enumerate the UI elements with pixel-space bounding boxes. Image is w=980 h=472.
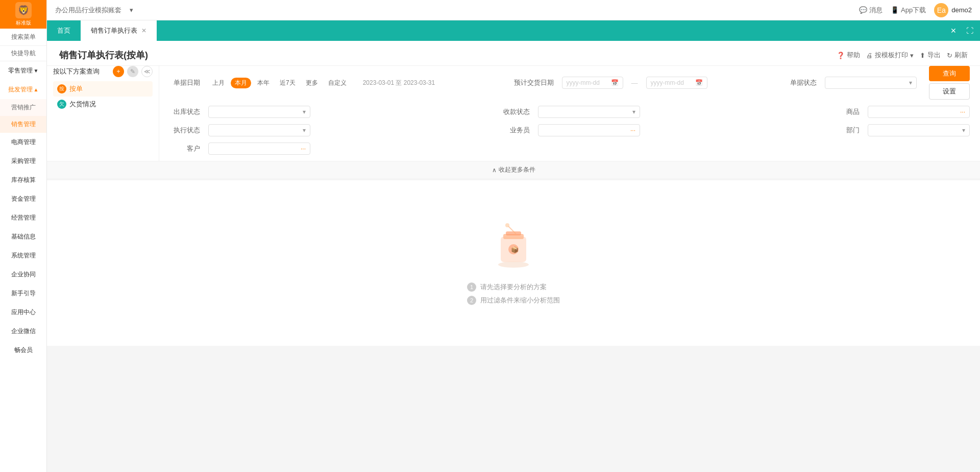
delivery-select[interactable]: ▾ (208, 106, 310, 118)
filter-row-4: 客户 ··· (169, 143, 970, 155)
sidebar-item-member[interactable]: 畅会员 (0, 341, 47, 360)
tab-home-label: 首页 (57, 26, 70, 35)
date-opt-thisyear[interactable]: 本年 (253, 78, 274, 88)
date-options: 上月 本月 本年 近7天 更多 自定义 (208, 78, 351, 88)
status-select[interactable]: ▾ (825, 77, 917, 89)
filter-scheme-icons: + ✎ ≪ (113, 66, 153, 77)
payment-label: 收款状态 (499, 107, 530, 116)
tabbar-expand-btn[interactable]: ⛶ (964, 25, 976, 37)
help-label: 帮助 (847, 51, 860, 60)
sidebar-item-system[interactable]: 系统管理 (0, 246, 47, 265)
date-opt-lastmonth[interactable]: 上月 (208, 78, 229, 88)
export-label: 导出 (927, 51, 941, 60)
filter-row-1: 单据日期 上月 本月 本年 近7天 更多 自定义 2023-03-01 至 20… (169, 66, 970, 100)
svg-point-7 (505, 223, 509, 227)
sidebar-search[interactable]: 搜索菜单 (0, 29, 47, 46)
topbar-right: 💬 消息 📱 App下载 Ea demo2 (859, 3, 972, 17)
page-header: 销售订单执行表(按单) ❓ 帮助 🖨 按模板打印 ▾ ⬆ 导出 ↻ 刷新 (47, 41, 980, 66)
status-label: 单据状态 (786, 78, 817, 87)
goods-label: 商品 (829, 107, 860, 116)
logo-icon: 🦁 (15, 2, 32, 18)
add-scheme-btn[interactable]: + (113, 66, 124, 77)
sidebar-item-wholesale[interactable]: 批发管理 ▲ (0, 80, 47, 99)
sidebar-item-coop[interactable]: 企业协同 (0, 265, 47, 284)
topbar: 办公用品行业模拟账套 ▾ 💬 消息 📱 App下载 Ea demo2 (47, 0, 980, 20)
sidebar: 🦁 标准版 搜索菜单 快捷导航 零售管理 ▼ 批发管理 ▲ 营销推广 销售管理 … (0, 0, 47, 472)
sidebar-item-wecom[interactable]: 企业微信 (0, 322, 47, 341)
refresh-label: 刷新 (954, 51, 968, 60)
expected-date-to[interactable]: yyyy-mm-dd 📅 (646, 77, 707, 89)
export-btn[interactable]: ⬆ 导出 (920, 51, 941, 60)
sidebar-item-stock[interactable]: 库存核算 (0, 171, 47, 190)
date-placeholder-to: yyyy-mm-dd (651, 79, 684, 86)
scheme-icon-debt: 欠 (57, 100, 66, 109)
sidebar-logo[interactable]: 🦁 标准版 (0, 0, 47, 29)
date-opt-thismonth[interactable]: 本月 (231, 78, 251, 88)
sidebar-item-label: 批发管理 (8, 85, 33, 94)
help-btn[interactable]: ❓ 帮助 (837, 51, 860, 60)
payment-select[interactable]: ▾ (538, 106, 640, 118)
sidebar-item-apps[interactable]: 应用中心 (0, 303, 47, 322)
message-label: 消息 (869, 6, 883, 15)
topbar-message-btn[interactable]: 💬 消息 (859, 6, 883, 15)
date-label: 单据日期 (169, 78, 200, 87)
tab-close-icon[interactable]: ✕ (141, 27, 146, 34)
tip-text-2: 用过滤条件来缩小分析范围 (480, 296, 560, 305)
goods-select[interactable]: ··· (868, 106, 970, 118)
expected-date-label: 预计交货日期 (514, 78, 554, 87)
help-icon: ❓ (837, 52, 845, 59)
customer-select[interactable]: ··· (208, 143, 310, 155)
sidebar-subitem-sales[interactable]: 销售管理 (0, 116, 47, 133)
topbar-user[interactable]: Ea demo2 (934, 3, 972, 17)
salesman-label: 业务员 (499, 126, 530, 135)
edit-scheme-btn[interactable]: ✎ (127, 66, 138, 77)
sidebar-item-ecom[interactable]: 电商管理 (0, 133, 47, 152)
print-icon: 🖨 (866, 52, 873, 59)
page-title: 销售订单执行表(按单) (59, 49, 148, 61)
scheme-item-debt[interactable]: 欠 欠货情况 (53, 97, 153, 112)
date-opt-custom[interactable]: 自定义 (324, 78, 351, 88)
topbar-app-btn[interactable]: 📱 App下载 (891, 6, 926, 15)
tab-sales-exec[interactable]: 销售订单执行表 ✕ (81, 20, 157, 41)
exec-select[interactable]: ▾ (208, 124, 310, 136)
search-btn[interactable]: 查询 (929, 66, 970, 81)
sidebar-item-finance[interactable]: 资金管理 (0, 190, 47, 208)
sidebar-item-basic[interactable]: 基础信息 (0, 227, 47, 246)
sidebar-item-retail[interactable]: 零售管理 ▼ (0, 61, 47, 80)
tab-home[interactable]: 首页 (47, 20, 81, 41)
empty-tip-2: 2 用过滤条件来缩小分析范围 (467, 296, 560, 305)
tabbar-close-btn[interactable]: ✕ (947, 25, 960, 37)
collapse-filter-btn[interactable]: ∧ 收起更多条件 (47, 161, 980, 178)
refresh-btn[interactable]: ↻ 刷新 (947, 51, 968, 60)
scheme-item-by-order[interactable]: 按 按单 (53, 81, 153, 97)
export-icon: ⬆ (920, 52, 925, 59)
sidebar-quicknav[interactable]: 快捷导航 (0, 46, 47, 61)
filter-form: 单据日期 上月 本月 本年 近7天 更多 自定义 2023-03-01 至 20… (159, 66, 980, 161)
exec-dropdown-icon: ▾ (303, 127, 306, 134)
topbar-dropdown-icon[interactable]: ▾ (130, 6, 133, 14)
collapse-icon: ∧ (492, 167, 497, 174)
empty-tips: 1 请先选择要分析的方案 2 用过滤条件来缩小分析范围 (467, 282, 560, 305)
collapse-scheme-btn[interactable]: ≪ (141, 66, 153, 77)
expected-date-from[interactable]: yyyy-mm-dd 📅 (562, 77, 623, 89)
tip-text-1: 请先选择要分析的方案 (480, 282, 547, 292)
filter-scheme-title: 按以下方案查询 (53, 67, 100, 76)
date-opt-7days[interactable]: 近7天 (276, 78, 300, 88)
settings-btn[interactable]: 设置 (929, 83, 970, 100)
filter-section: 按以下方案查询 + ✎ ≪ 按 按单 欠 欠货情况 (47, 66, 980, 178)
sidebar-item-purchase[interactable]: 采购管理 (0, 152, 47, 171)
tab-sales-exec-label: 销售订单执行表 (91, 26, 137, 35)
customer-label: 客户 (169, 144, 200, 153)
sidebar-item-newbie[interactable]: 新手引导 (0, 284, 47, 303)
scheme-label-debt: 欠货情况 (69, 100, 96, 109)
salesman-select[interactable]: ··· (538, 124, 640, 136)
sidebar-subitem-marketing[interactable]: 营销推广 (0, 99, 47, 116)
print-btn[interactable]: 🖨 按模板打印 ▾ (866, 51, 914, 60)
print-label: 按模板打印 (875, 51, 908, 60)
dept-select[interactable]: ▾ (868, 124, 970, 136)
date-opt-more[interactable]: 更多 (302, 78, 322, 88)
sidebar-item-ops[interactable]: 经营管理 (0, 208, 47, 227)
svg-point-0 (498, 262, 529, 268)
message-icon: 💬 (859, 6, 867, 14)
tabbar: 首页 销售订单执行表 ✕ ✕ ⛶ (47, 20, 980, 41)
